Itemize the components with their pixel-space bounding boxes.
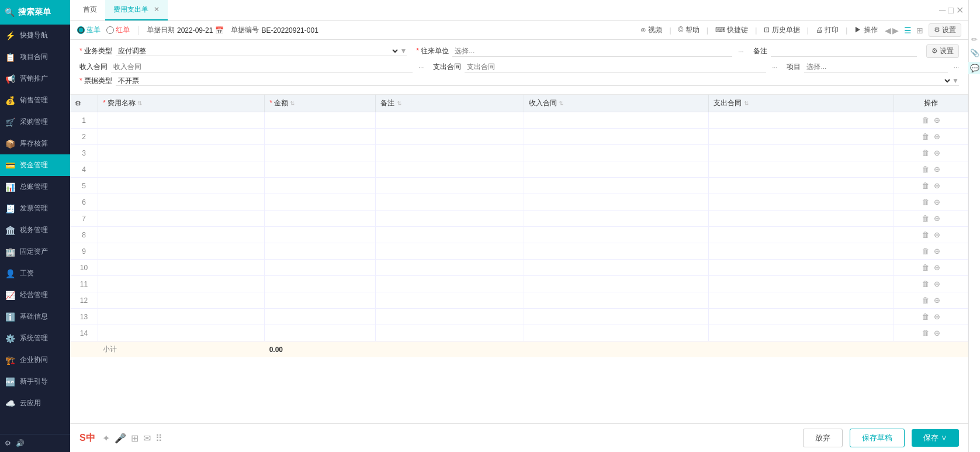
cell-income-contract[interactable] [524, 227, 709, 243]
delete-row-icon[interactable]: 🗑 [922, 329, 929, 337]
delete-row-icon[interactable]: 🗑 [922, 214, 929, 223]
cell-income-contract[interactable] [524, 309, 709, 325]
cell-remark[interactable] [376, 178, 524, 194]
sidebar-item-quick-nav[interactable]: ⚡ 快捷导航 [0, 25, 70, 46]
delete-row-icon[interactable]: 🗑 [922, 280, 929, 288]
copy-row-icon[interactable]: ⊕ [934, 165, 940, 174]
cell-expense-contract[interactable] [709, 325, 894, 341]
cell-income-contract[interactable] [524, 145, 709, 161]
cell-amount[interactable] [265, 325, 376, 341]
sort-remark[interactable]: ⇅ [397, 100, 401, 106]
window-minimize-button[interactable]: ─ [939, 5, 946, 16]
radio-red[interactable] [106, 26, 114, 34]
cell-income-contract[interactable] [524, 292, 709, 309]
cell-income-contract[interactable] [524, 112, 709, 129]
cell-expense-name[interactable] [98, 194, 265, 211]
copy-row-icon[interactable]: ⊕ [934, 263, 940, 272]
sparkle-icon[interactable]: ✦ [102, 433, 110, 444]
delete-row-icon[interactable]: 🗑 [922, 181, 929, 190]
cell-income-contract[interactable] [524, 260, 709, 276]
cell-amount[interactable] [265, 227, 376, 243]
operation-button[interactable]: ▶ 操作 [851, 24, 881, 36]
radio-blue-label[interactable]: 蓝单 [77, 25, 101, 35]
cell-expense-name[interactable] [98, 243, 265, 260]
copy-row-icon[interactable]: ⊕ [934, 116, 940, 125]
sidebar-item-enterprise[interactable]: 🏗️ 企业协同 [0, 349, 70, 371]
sidebar-item-salary[interactable]: 👤 工资 [0, 263, 70, 284]
cell-expense-name[interactable] [98, 145, 265, 161]
cell-remark[interactable] [376, 145, 524, 161]
cell-remark[interactable] [376, 129, 524, 145]
next-arrow[interactable]: ▶ [892, 26, 899, 35]
copy-row-icon[interactable]: ⊕ [934, 230, 940, 239]
cell-amount[interactable] [265, 243, 376, 260]
sidebar-item-invoice[interactable]: 🧾 发票管理 [0, 198, 70, 219]
copy-row-icon[interactable]: ⊕ [934, 149, 940, 157]
copy-row-icon[interactable]: ⊕ [934, 198, 940, 206]
income-contract-input[interactable] [111, 61, 413, 73]
copy-row-icon[interactable]: ⊕ [934, 247, 940, 256]
income-contract-addon[interactable]: ··· [418, 64, 424, 71]
sidebar-item-system[interactable]: ⚙️ 系统管理 [0, 327, 70, 349]
save-button[interactable]: 保存 ∨ [912, 429, 959, 447]
set-button[interactable]: ⚙ 设置 [929, 23, 961, 37]
expense-contract-input[interactable] [465, 61, 766, 73]
sidebar-item-cloud[interactable]: ☁️ 云应用 [0, 392, 70, 414]
copy-row-icon[interactable]: ⊕ [934, 132, 940, 141]
delete-row-icon[interactable]: 🗑 [922, 296, 929, 305]
tab-close-button[interactable]: ✕ [154, 5, 160, 13]
cell-income-contract[interactable] [524, 211, 709, 227]
copy-row-icon[interactable]: ⊕ [934, 296, 940, 305]
cell-remark[interactable] [376, 325, 524, 341]
sort-expense-contract[interactable]: ⇅ [744, 100, 749, 106]
panel-chat-icon[interactable]: 💬 [968, 62, 981, 74]
cell-expense-name[interactable] [98, 178, 265, 194]
cell-amount[interactable] [265, 292, 376, 309]
shortcut-button[interactable]: ⌨ 快捷键 [712, 24, 752, 36]
cell-amount[interactable] [265, 129, 376, 145]
cell-expense-name[interactable] [98, 309, 265, 325]
mic-icon[interactable]: 🎤 [115, 433, 126, 444]
project-input[interactable] [804, 61, 947, 73]
settings-icon[interactable]: ⚙ [5, 439, 11, 447]
cell-amount[interactable] [265, 309, 376, 325]
sidebar-item-project-contract[interactable]: 📋 项目合同 [0, 46, 70, 68]
cell-expense-name[interactable] [98, 211, 265, 227]
list-view-button[interactable]: ☰ [902, 25, 913, 36]
delete-row-icon[interactable]: 🗑 [922, 263, 929, 272]
sidebar-item-operation[interactable]: 📈 经营管理 [0, 284, 70, 306]
cell-expense-name[interactable] [98, 325, 265, 341]
tab-expense[interactable]: 费用支出单 ✕ [105, 0, 168, 20]
cell-expense-contract[interactable] [709, 211, 894, 227]
apps-icon[interactable]: ⠿ [155, 433, 162, 444]
partner-addon[interactable]: ··· [738, 48, 743, 55]
radio-blue[interactable] [77, 26, 85, 34]
delete-row-icon[interactable]: 🗑 [922, 116, 929, 125]
delete-row-icon[interactable]: 🗑 [922, 198, 929, 206]
cell-expense-contract[interactable] [709, 112, 894, 129]
cell-amount[interactable] [265, 194, 376, 211]
sidebar-item-inventory[interactable]: 📦 库存核算 [0, 133, 70, 154]
set-button-right[interactable]: ⚙ 设置 [926, 44, 959, 58]
copy-row-icon[interactable]: ⊕ [934, 214, 940, 223]
cell-remark[interactable] [376, 112, 524, 129]
cell-income-contract[interactable] [524, 325, 709, 341]
delete-row-icon[interactable]: 🗑 [922, 149, 929, 157]
cell-expense-contract[interactable] [709, 178, 894, 194]
cell-expense-name[interactable] [98, 129, 265, 145]
cell-expense-contract[interactable] [709, 292, 894, 309]
cell-income-contract[interactable] [524, 276, 709, 292]
remark-input[interactable] [771, 46, 917, 57]
cell-amount[interactable] [265, 161, 376, 178]
cell-income-contract[interactable] [524, 243, 709, 260]
cell-income-contract[interactable] [524, 161, 709, 178]
cell-remark[interactable] [376, 243, 524, 260]
radio-red-label[interactable]: 红单 [106, 25, 130, 35]
history-button[interactable]: ⊡ 历史单据 [760, 24, 803, 36]
sidebar-item-sales[interactable]: 💰 销售管理 [0, 89, 70, 111]
sidebar-item-new-guide[interactable]: 🆕 新手引导 [0, 371, 70, 392]
cell-expense-contract[interactable] [709, 161, 894, 178]
cell-expense-name[interactable] [98, 112, 265, 129]
cell-remark[interactable] [376, 260, 524, 276]
cell-amount[interactable] [265, 276, 376, 292]
